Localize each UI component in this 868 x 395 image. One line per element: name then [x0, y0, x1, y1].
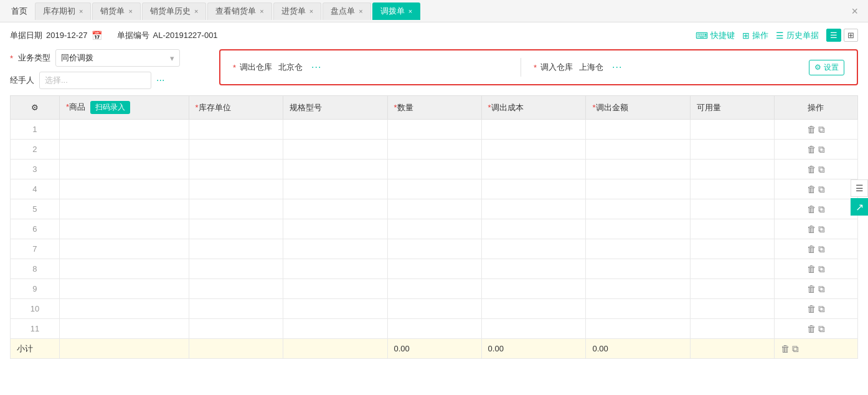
subtotal-delete-button[interactable]: 🗑 [781, 343, 790, 354]
unit-cell[interactable] [189, 279, 283, 299]
grid-view-button[interactable]: ⊞ [844, 29, 858, 42]
cost-cell[interactable] [481, 279, 586, 299]
float-external-button[interactable]: ↗ [851, 198, 868, 216]
close-window-button[interactable]: × [851, 5, 858, 18]
amount-cell[interactable] [586, 120, 691, 140]
cost-cell[interactable] [481, 299, 586, 319]
amount-cell[interactable] [586, 239, 691, 259]
unit-cell[interactable] [189, 140, 283, 159]
close-tab-sales-order[interactable]: × [128, 7, 132, 15]
tab-view-sales[interactable]: 查看销货单 × [207, 2, 271, 20]
delete-row-button[interactable]: 🗑 [807, 323, 816, 334]
amount-cell[interactable] [586, 199, 691, 219]
copy-row-button[interactable]: ⧉ [818, 323, 825, 334]
cost-cell[interactable] [481, 319, 586, 339]
close-tab-purchase-order[interactable]: × [309, 7, 313, 15]
copy-row-button[interactable]: ⧉ [818, 204, 825, 214]
copy-row-button[interactable]: ⧉ [818, 283, 825, 294]
qty-cell[interactable] [387, 199, 481, 219]
close-tab-transfer-order[interactable]: × [408, 7, 412, 15]
gear-icon[interactable]: ⚙ [31, 103, 39, 112]
qty-cell[interactable] [387, 299, 481, 319]
cost-cell[interactable] [481, 259, 586, 279]
qty-cell[interactable] [387, 140, 481, 159]
unit-cell[interactable] [189, 179, 283, 199]
operation-button[interactable]: ⊞ 操作 [742, 30, 768, 41]
delete-row-button[interactable]: 🗑 [807, 184, 816, 194]
product-cell[interactable] [59, 299, 189, 319]
delete-row-button[interactable]: 🗑 [807, 283, 816, 294]
copy-row-button[interactable]: ⧉ [818, 303, 825, 314]
qty-cell[interactable] [387, 159, 481, 179]
delete-row-button[interactable]: 🗑 [807, 264, 816, 274]
unit-cell[interactable] [189, 159, 283, 179]
close-tab-inventory-count[interactable]: × [359, 7, 362, 15]
transfer-out-dots-button[interactable]: ··· [311, 62, 321, 73]
tab-sales-order[interactable]: 销货单 × [92, 2, 140, 20]
delete-row-button[interactable]: 🗑 [807, 224, 816, 234]
copy-row-button[interactable]: ⧉ [818, 244, 825, 254]
spec-cell[interactable] [283, 319, 387, 339]
cost-cell[interactable] [481, 159, 586, 179]
float-list-button[interactable]: ☰ [851, 179, 868, 197]
amount-cell[interactable] [586, 259, 691, 279]
unit-cell[interactable] [189, 199, 283, 219]
product-cell[interactable] [59, 159, 189, 179]
spec-cell[interactable] [283, 120, 387, 140]
th-gear[interactable]: ⚙ [11, 96, 60, 120]
product-cell[interactable] [59, 140, 189, 159]
copy-row-button[interactable]: ⧉ [818, 144, 825, 155]
close-tab-sales-history[interactable]: × [194, 7, 198, 15]
unit-cell[interactable] [189, 120, 283, 140]
qty-cell[interactable] [387, 219, 481, 239]
tab-inventory-count[interactable]: 盘点单 × [323, 2, 370, 20]
qty-cell[interactable] [387, 179, 481, 199]
unit-cell[interactable] [189, 239, 283, 259]
cost-cell[interactable] [481, 120, 586, 140]
delete-row-button[interactable]: 🗑 [807, 244, 816, 254]
product-cell[interactable] [59, 319, 189, 339]
close-tab-view-sales[interactable]: × [260, 7, 263, 15]
product-cell[interactable] [59, 239, 189, 259]
person-dots-button[interactable]: ··· [156, 75, 164, 86]
biz-type-select[interactable]: 同价调拨 ▾ [55, 49, 180, 67]
qty-cell[interactable] [387, 319, 481, 339]
close-tab-inventory-init[interactable]: × [79, 7, 83, 15]
amount-cell[interactable] [586, 279, 691, 299]
tab-sales-history[interactable]: 销货单历史 × [142, 2, 206, 20]
product-cell[interactable] [59, 259, 189, 279]
qty-cell[interactable] [387, 279, 481, 299]
amount-cell[interactable] [586, 219, 691, 239]
product-cell[interactable] [59, 279, 189, 299]
copy-row-button[interactable]: ⧉ [818, 124, 825, 135]
delete-row-button[interactable]: 🗑 [807, 303, 816, 314]
product-cell[interactable] [59, 120, 189, 140]
spec-cell[interactable] [283, 239, 387, 259]
tab-inventory-init[interactable]: 库存期初 × [35, 2, 91, 20]
amount-cell[interactable] [586, 140, 691, 159]
transfer-in-dots-button[interactable]: ··· [612, 62, 622, 73]
spec-cell[interactable] [283, 219, 387, 239]
cost-cell[interactable] [481, 239, 586, 259]
unit-cell[interactable] [189, 219, 283, 239]
amount-cell[interactable] [586, 159, 691, 179]
cost-cell[interactable] [481, 140, 586, 159]
amount-cell[interactable] [586, 319, 691, 339]
amount-cell[interactable] [586, 299, 691, 319]
tab-home[interactable]: 首页 [5, 2, 34, 20]
history-button[interactable]: ☰ 历史单据 [776, 30, 819, 41]
tab-purchase-order[interactable]: 进货单 × [273, 2, 321, 20]
unit-cell[interactable] [189, 259, 283, 279]
product-cell[interactable] [59, 199, 189, 219]
unit-cell[interactable] [189, 299, 283, 319]
amount-cell[interactable] [586, 179, 691, 199]
copy-row-button[interactable]: ⧉ [818, 164, 825, 174]
product-cell[interactable] [59, 219, 189, 239]
shortcut-button[interactable]: ⌨ 快捷键 [696, 30, 735, 41]
spec-cell[interactable] [283, 179, 387, 199]
product-cell[interactable] [59, 179, 189, 199]
spec-cell[interactable] [283, 140, 387, 159]
unit-cell[interactable] [189, 319, 283, 339]
delete-row-button[interactable]: 🗑 [807, 164, 816, 174]
cost-cell[interactable] [481, 179, 586, 199]
